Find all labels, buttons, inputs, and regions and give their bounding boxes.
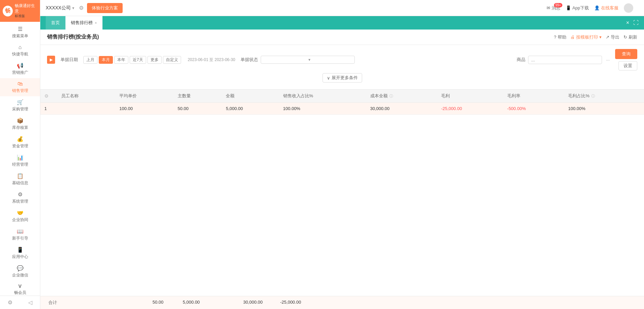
goods-input-wrapper [528,56,602,64]
date-btn-last-month[interactable]: 上月 [83,56,97,64]
sidebar-item-label: 销售管理 [12,88,28,94]
status-select[interactable]: ▾ [261,56,355,64]
company-selector[interactable]: XXXXX公司 ▾ [46,5,74,11]
status-filter: 单据状态 ▾ [241,56,511,64]
content-area: 销售排行榜(按业务员) ? 帮助 🖨 按模板打印 ▾ ↗ 导出 [40,30,644,309]
window-restore-icon[interactable]: ⛶ [633,20,639,26]
date-btn-more[interactable]: 更多 [147,56,162,64]
service-icon: 👤 [594,5,600,10]
sidebar-nav: ☰ 搜索菜单 ⌂ 快捷导航 📢 营销推广 🛍 销售管理 🛒 采购管理 📦 库存核… [0,22,40,296]
sidebar-item-appcenter[interactable]: 📱 应用中心 [0,244,40,262]
print-chevron-icon: ▾ [599,35,602,40]
profit-pct-info-icon[interactable]: ⓘ [591,94,595,98]
tab-home[interactable]: 首页 [46,16,66,30]
tab-sales-ranking[interactable]: 销售排行榜 × [66,16,102,30]
sidebar-item-finance[interactable]: 💰 资金管理 [0,133,40,152]
home-tab-label: 首页 [51,20,60,26]
gear-icon[interactable]: ⚙ [79,5,84,11]
sidebar-item-search[interactable]: ☰ 搜索菜单 [0,23,40,42]
sidebar-item-wechat[interactable]: 💬 企业微信 [0,262,40,281]
sidebar-logo: 畅 畅康通好生意 标准版 [0,0,40,22]
sidebar-item-operations[interactable]: 📊 经营管理 [0,152,40,170]
th-cost: 成本全额 ⓘ [366,90,437,103]
sidebar-item-enterprise[interactable]: 🤝 企业协同 [0,207,40,225]
sidebar-item-label: 基础信息 [12,180,28,186]
cell-profit-rate: -500.00% [503,103,564,115]
sidebar-item-marketing[interactable]: 📢 营销推广 [0,60,40,78]
sidebar-item-sales[interactable]: 🛍 销售管理 [0,78,40,96]
footer-amount: 5,000.00 [179,300,209,306]
query-btn[interactable]: 查询 [615,49,637,59]
date-btn-custom[interactable]: 自定义 [163,56,181,64]
sidebar-item-guide[interactable]: 📖 新手引导 [0,225,40,244]
status-label: 单据状态 [241,57,258,63]
date-btn-7days[interactable]: 近7天 [130,56,146,64]
filter-toggle-btn[interactable]: ▶ [47,56,55,64]
print-btn[interactable]: 🖨 按模板打印 ▾ [570,34,602,40]
tab-close-icon[interactable]: × [95,21,97,25]
cell-profit: -25,000.00 [437,103,503,115]
page: 销售排行榜(按业务员) ? 帮助 🖨 按模板打印 ▾ ↗ 导出 [40,30,644,309]
logo-icon: 畅 [3,6,13,16]
sidebar-item-label: 企业微信 [12,272,28,278]
tabbar-right: × ⛶ [626,20,639,26]
sidebar-collapse-icon[interactable]: ◁ [28,299,32,306]
cell-avg-price: 100.00 [115,103,173,115]
export-label: 导出 [611,34,619,40]
date-label: 单据日期 [60,57,78,63]
purchase-icon: 🛒 [17,99,24,105]
table-container: ⚙ 员工名称 平均单价 主数量 全额 销售收入占比% 成本全额 ⓘ [40,90,644,296]
main-area: XXXXX公司 ▾ ⚙ 体验行业方案 ✉ 消息 99+ 📱 App下载 👤 在线… [40,0,644,309]
footer-qty: 50.00 [148,300,179,306]
th-profit-rate: 毛利率 [503,90,564,103]
company-name: XXXXX公司 [46,5,71,11]
logo-text: 畅康通好生意 标准版 [15,3,37,18]
date-btn-this-month[interactable]: 本月 [99,56,113,64]
industry-btn[interactable]: 体验行业方案 [87,3,123,13]
goods-label: 商品 [517,57,525,63]
sidebar-item-label: 采购管理 [12,106,28,112]
sales-icon: 🛍 [17,81,23,87]
home-icon: ⌂ [18,44,22,50]
window-close-icon[interactable]: × [626,20,629,26]
help-btn[interactable]: ? 帮助 [554,34,566,40]
date-btns: 上月 本月 本年 近7天 更多 自定义 [83,56,181,64]
footer-sales-pct [209,300,239,306]
message-btn[interactable]: ✉ 消息 99+ [547,5,560,11]
status-chevron-icon: ▾ [308,57,352,62]
cell-qty: 50.00 [174,103,222,115]
goods-input[interactable] [531,57,599,62]
online-service-btn[interactable]: 👤 在线客服 [594,5,618,11]
sidebar-item-quicknav[interactable]: ⌂ 快捷导航 [0,42,40,60]
date-btn-this-year[interactable]: 本年 [114,56,128,64]
app-download-btn[interactable]: 📱 App下载 [566,5,589,11]
cell-index: 1 [40,103,57,115]
system-icon: ⚙ [18,191,23,198]
sidebar-item-purchase[interactable]: 🛒 采购管理 [0,96,40,115]
avatar[interactable] [624,3,633,13]
enterprise-icon: 🤝 [17,210,24,216]
filter-settings-btn[interactable]: 设置 [618,61,637,70]
sidebar-item-label: 经营管理 [12,162,28,167]
sidebar-settings-icon[interactable]: ⚙ [8,299,12,306]
sidebar-item-label: 搜索菜单 [12,33,28,39]
expand-conditions-btn[interactable]: ∨ 展开更多条件 [323,73,362,83]
refresh-btn[interactable]: ↻ 刷新 [624,34,637,40]
footer-label: 合计 [44,300,118,306]
date-range-text: 2023-06-01 至 2023-06-30 [188,57,235,63]
th-settings-icon[interactable]: ⚙ [44,93,49,99]
more-fields-icon[interactable]: ··· [606,57,610,62]
refresh-label: 刷新 [629,34,637,40]
sidebar-item-inventory[interactable]: 📦 库存核算 [0,115,40,133]
footer-avg-price [118,300,148,306]
sidebar-item-basicinfo[interactable]: 📋 基础信息 [0,170,40,189]
print-label: 按模板打印 [576,34,598,40]
sidebar-item-member[interactable]: V 畅会员 [0,281,40,296]
export-btn[interactable]: ↗ 导出 [606,34,619,40]
page-actions: ? 帮助 🖨 按模板打印 ▾ ↗ 导出 ↻ 刷新 [554,34,637,40]
sidebar-item-system[interactable]: ⚙ 系统管理 [0,189,40,207]
sidebar-item-label: 畅会员 [14,290,26,296]
service-label: 在线客服 [601,5,618,11]
cost-info-icon[interactable]: ⓘ [389,94,393,98]
th-qty: 主数量 [174,90,222,103]
